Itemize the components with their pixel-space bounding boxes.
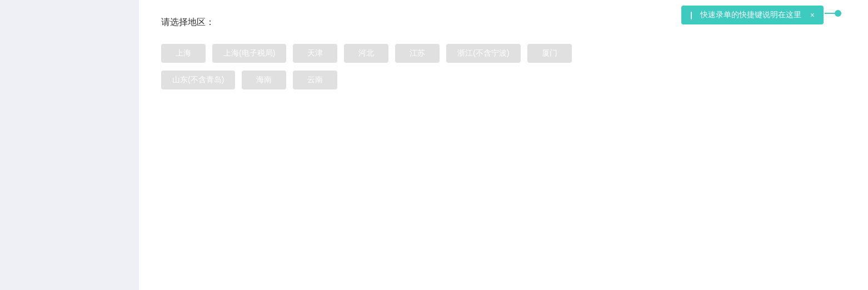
region-button-row1-0[interactable]: 上海 xyxy=(161,44,206,63)
region-button-row2-1[interactable]: 海南 xyxy=(242,71,286,89)
region-button-row2-0[interactable]: 山东(不含青岛) xyxy=(161,71,235,89)
tooltip-banner: 快速录单的快捷键说明在这里 × xyxy=(681,6,824,24)
sidebar xyxy=(0,0,139,290)
tooltip-dot-indicator xyxy=(835,10,841,17)
region-button-row2-2[interactable]: 云南 xyxy=(293,71,337,89)
tooltip-text: 快速录单的快捷键说明在这里 xyxy=(700,10,801,20)
tooltip-close-button[interactable]: × xyxy=(810,11,815,19)
region-button-row1-1[interactable]: 上海(电子税局) xyxy=(212,44,286,63)
region-row-1: 上海上海(电子税局)天津河北江苏浙江(不含宁波)厦门 xyxy=(161,44,846,63)
main-content: 请选择地区： 上海上海(电子税局)天津河北江苏浙江(不含宁波)厦门 山东(不含青… xyxy=(139,0,868,290)
region-button-row1-4[interactable]: 江苏 xyxy=(395,44,440,63)
region-button-row1-3[interactable]: 河北 xyxy=(344,44,388,63)
region-button-row1-6[interactable]: 厦门 xyxy=(527,44,572,63)
region-row-2: 山东(不含青岛)海南云南 xyxy=(161,71,846,89)
region-button-row1-5[interactable]: 浙江(不含宁波) xyxy=(446,44,520,63)
region-button-row1-2[interactable]: 天津 xyxy=(293,44,337,63)
